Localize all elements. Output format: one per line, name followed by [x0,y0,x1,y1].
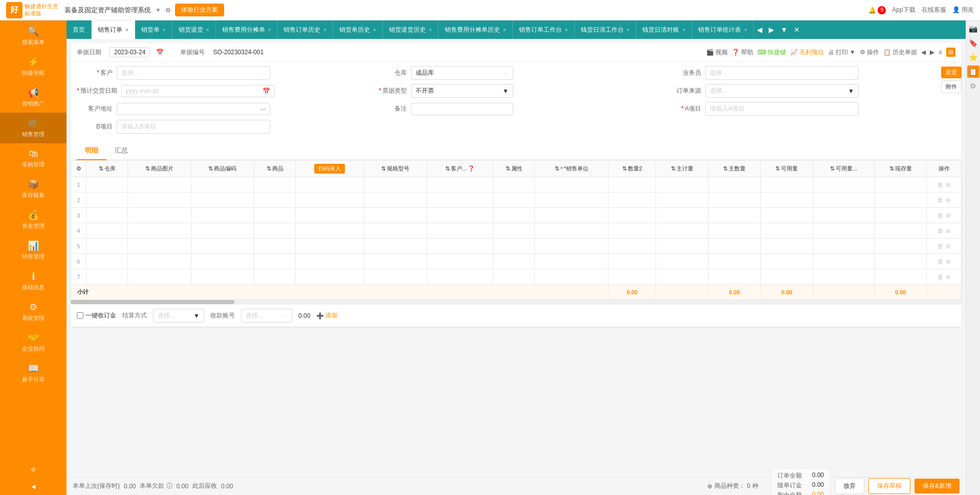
row-warehouse[interactable] [86,177,128,192]
bill-date-value[interactable]: 2023-03-24 [110,47,150,57]
discard-btn[interactable]: 放弃 [835,478,864,494]
row-delete-icon[interactable]: 🗑 [938,227,944,234]
row-copy-icon[interactable]: ⊕ [946,197,951,204]
tab-sales-return-history[interactable]: 销货退货历史 × [383,20,439,39]
sidebar-settings-btn[interactable]: ⚙ [0,461,67,478]
table-scroll-bar[interactable] [71,300,962,304]
account-select[interactable]: 选择... ··· [241,309,292,322]
tab-close-icon[interactable]: × [268,27,271,33]
account-more-icon[interactable]: ··· [282,312,288,319]
row-customer-code[interactable] [427,177,493,192]
help-btn[interactable]: ❓ 帮助 [732,48,753,57]
sidebar-item-sales[interactable]: 🛒 销售管理 [0,113,67,143]
row-delete-icon[interactable]: 🗑 [938,197,944,204]
row-available[interactable] [760,177,813,192]
row-current[interactable] [875,177,927,192]
staff-more-icon[interactable]: ··· [849,70,854,77]
attachment-panel-btn[interactable]: 附件 [941,80,962,93]
row-spec[interactable] [364,177,427,192]
add-btn[interactable]: ➕ 添加 [316,311,338,320]
notification-icon[interactable]: 🔔 9 [868,6,886,14]
row-copy-icon[interactable]: ⊕ [946,227,951,234]
quick-payment-input[interactable] [77,312,83,319]
tab-cash-workbench[interactable]: 钱货日清工作台 × [575,20,637,39]
right-panel-photo-btn[interactable]: 📷 [967,23,979,35]
staff-input[interactable]: 选择... ··· [705,66,859,80]
remark-input[interactable] [411,103,513,115]
delivery-date-input[interactable]: yyyy-mm-dd 📅 [121,85,275,97]
save-new-btn[interactable]: 保存&新增 [914,479,960,493]
tab-sales-return[interactable]: 销货退货 × [172,20,216,39]
tab-sales-order-history[interactable]: 销售订单历史 × [277,20,333,39]
settings-panel-btn[interactable]: 设置 [941,67,962,78]
pager-next-icon[interactable]: ▶ [930,49,934,56]
user-avatar[interactable]: 👤 用友 [952,6,974,14]
sidebar-item-guide[interactable]: 📖 新手引导 [0,358,67,389]
b-project-input[interactable]: 请输入B项目 [117,120,270,134]
operation-btn[interactable]: ⚙ 操作 [860,48,879,57]
sidebar-item-basic-info[interactable]: ℹ 基础信息 [0,266,67,296]
view-mode-list-icon[interactable]: ≡ [939,49,942,56]
right-panel-clipboard-btn[interactable]: 📋 [967,66,979,78]
right-panel-bookmark-btn[interactable]: 🔖 [967,37,979,49]
tab-sales-order[interactable]: 销售订单 × [92,20,135,39]
row-attr[interactable] [493,177,535,192]
tab-sales-workbench[interactable]: 销售订单工作台 × [513,20,575,39]
print-btn[interactable]: 🖨 打印 ▼ [828,48,856,57]
row-unit[interactable] [535,177,608,192]
sidebar-item-search[interactable]: 🔍 搜索菜单 [0,20,67,51]
tab-sales-stats[interactable]: 销售订单统计表 × [692,20,754,39]
view-btn[interactable]: 🎬 视频 [706,48,728,57]
sidebar-item-quick-nav[interactable]: ⚡ 快捷导航 [0,51,67,82]
profit-btn[interactable]: 📈 毛利预估 [790,48,824,57]
tab-sales-expense[interactable]: 销售费用分摊单 × [216,20,278,39]
tab-close-icon[interactable]: × [125,27,128,33]
online-support-link[interactable]: 在线客服 [922,6,946,14]
app-download-link[interactable]: App下载 [892,6,915,14]
info-icon[interactable]: ⓘ [166,482,172,489]
tab-summary[interactable]: 汇总 [106,142,136,160]
tab-close-icon[interactable]: × [163,27,166,33]
row-code[interactable] [191,177,254,192]
tab-close-icon[interactable]: × [503,27,506,33]
warehouse-more-icon[interactable]: ··· [504,70,509,77]
th-settings[interactable]: ⚙ [71,161,86,177]
row-copy-icon[interactable]: ⊕ [946,243,951,250]
tab-detail[interactable]: 明细 [77,142,106,160]
sidebar-item-operations[interactable]: 📊 经营管理 [0,235,67,266]
history-btn[interactable]: 📋 历史单据 [883,48,917,57]
calendar-icon[interactable]: 📅 [156,49,164,56]
tab-close-icon[interactable]: × [429,27,432,33]
warehouse-input[interactable]: 成品库 ··· [411,66,513,80]
address-more-icon[interactable]: ··· [260,105,266,113]
tab-sales-bill-history[interactable]: 销货单历史 × [333,20,383,39]
customer-input[interactable]: 选择... ··· [117,66,270,80]
row-copy-icon[interactable]: ⊕ [946,212,951,219]
row-delete-icon[interactable]: 🗑 [938,273,944,281]
row-delete-icon[interactable]: 🗑 [938,243,944,250]
sidebar-collapse-btn[interactable]: ◀ [0,478,67,495]
right-panel-settings-btn[interactable]: ⚙ [967,80,979,92]
payment-method-select[interactable]: 选择... ▼ [153,309,204,322]
tab-home[interactable]: 首页 [67,20,92,39]
view-mode-grid-icon[interactable]: ⊞ [946,48,955,57]
calendar-small-icon[interactable]: 📅 [263,88,270,95]
table-scroll-thumb[interactable] [71,300,234,304]
a-project-input[interactable]: 请输入A项目 [705,102,859,116]
sidebar-item-marketing[interactable]: 📢 营销推广 [0,82,67,113]
tab-dropdown-btn[interactable]: ▼ [777,26,791,34]
row-copy-icon[interactable]: ⊕ [946,258,951,265]
tab-next-btn[interactable]: ▶ [766,26,777,34]
row-scan[interactable] [296,177,364,192]
row-delete-icon[interactable]: 🗑 [938,212,944,219]
quick-payment-checkbox[interactable]: 一键收订金 [77,311,116,320]
row-product[interactable] [254,177,296,192]
row-copy-icon[interactable]: ⊕ [946,273,951,281]
right-panel-star-btn[interactable]: ⭐ [967,51,979,63]
row-main-qty[interactable] [708,177,760,192]
industry-btn[interactable]: 体验行业方案 [175,4,224,16]
customer-more-icon[interactable]: ··· [260,70,266,77]
settings-icon[interactable]: ⚙ [165,7,171,14]
order-source-dropdown-icon[interactable]: ▼ [848,88,854,95]
customer-address-input[interactable]: ··· [117,103,270,115]
